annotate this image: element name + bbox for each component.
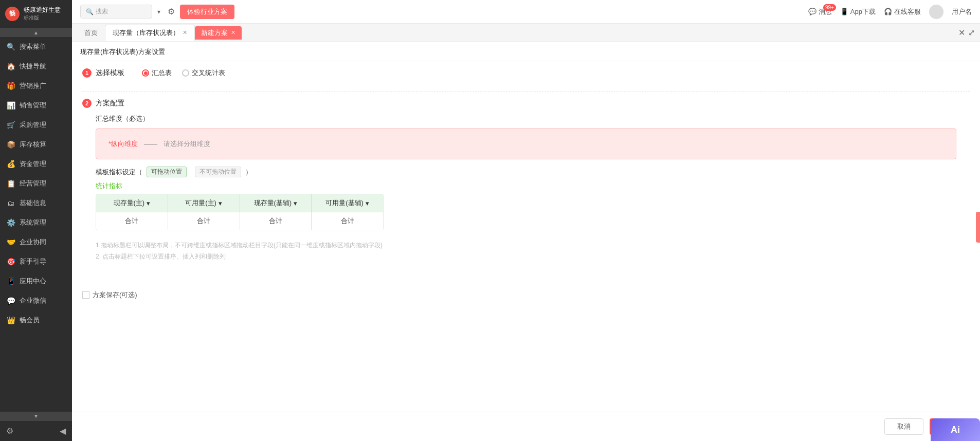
dimension-label-text: 汇总维度（必选）	[96, 115, 149, 122]
radio-cross[interactable]: 交叉统计表	[182, 68, 225, 78]
tab-home-label: 首页	[84, 28, 98, 38]
tab-inventory-status[interactable]: 现存量（库存状况表） ✕	[105, 25, 195, 41]
tab-new-plan-close[interactable]: ✕	[231, 29, 235, 36]
radio-summary[interactable]: 汇总表	[142, 68, 172, 78]
stats-col-header-0[interactable]: 现存量(主) ▾	[96, 194, 168, 212]
tabs-close-btn[interactable]: ✕	[958, 28, 965, 38]
stats-col-header-2[interactable]: 现存量(基辅) ▾	[240, 194, 312, 212]
tab-inventory-close[interactable]: ✕	[183, 29, 187, 36]
crown-icon: 👑	[6, 316, 15, 325]
stats-title: 统计指标	[96, 181, 956, 191]
page-title: 现存量(库存状况表)方案设置	[80, 48, 165, 56]
sidebar-item-label: 快捷导航	[20, 62, 46, 71]
stats-col-label-3: 可用量(基辅)	[325, 198, 364, 208]
stats-col-dropdown-0[interactable]: ▾	[147, 199, 150, 207]
tab-home[interactable]: 首页	[77, 25, 105, 41]
stats-col-header-3[interactable]: 可用量(基辅) ▾	[312, 194, 383, 212]
brand-area: 畅 畅康通好生意 标准版	[0, 0, 72, 28]
stats-col-dropdown-2[interactable]: ▾	[294, 199, 297, 207]
tabs-bar: 首页 现存量（库存状况表） ✕ 新建方案 ✕ ✕ ⤢	[72, 24, 980, 42]
settings-icon[interactable]: ⚙	[6, 426, 13, 436]
tip-1: 2. 点击标题栏下拉可设置排序、插入列和删除列	[96, 251, 956, 263]
search-box[interactable]: 🔍 搜索	[80, 5, 152, 19]
username[interactable]: 用户名	[952, 7, 972, 16]
stats-table-header: 现存量(主) ▾ 可用量(主) ▾ 现存量(基辅) ▾	[96, 194, 383, 212]
dimension-required-label: *纵向维度	[108, 139, 138, 149]
cart-icon: 🛒	[6, 120, 15, 130]
radio-cross-label: 交叉统计表	[192, 68, 225, 78]
step1-num: 1	[82, 68, 92, 78]
topbar-gear-icon[interactable]: ⚙	[168, 7, 175, 16]
sidebar-item-newbie[interactable]: 🎯 新手引导	[0, 252, 72, 271]
service-label: 在线客服	[894, 7, 921, 16]
right-scroll-handle[interactable]	[976, 212, 980, 243]
indicator-settings: 模板指标设定（ 可拖动位置 不可拖动位置 ）	[96, 167, 956, 177]
sidebar-item-shortcut[interactable]: 🏠 快捷导航	[0, 57, 72, 76]
cancel-button[interactable]: 取消	[884, 418, 923, 435]
stats-col-label-2: 现存量(基辅)	[254, 198, 292, 208]
stats-col-dropdown-3[interactable]: ▾	[366, 199, 369, 207]
sidebar-item-appstore[interactable]: 📱 应用中心	[0, 271, 72, 291]
app-download-button[interactable]: 📱 App下载	[840, 7, 876, 16]
topbar-dropdown[interactable]: ▾	[157, 8, 160, 15]
clipboard-icon: 📋	[6, 179, 15, 188]
sidebar-item-system[interactable]: ⚙️ 系统管理	[0, 213, 72, 232]
ai-badge[interactable]: Ai	[931, 418, 980, 441]
content-inner: 现存量(库存状况表)方案设置 1 选择模板 汇总表 交叉统计表	[72, 42, 980, 412]
message-button[interactable]: 💬 消息 99+	[808, 7, 832, 16]
sidebar-item-purchase[interactable]: 🛒 采购管理	[0, 115, 72, 135]
stats-col-dropdown-1[interactable]: ▾	[219, 199, 222, 207]
folder-icon: 🗂	[6, 198, 15, 208]
sidebar-item-sales[interactable]: 📊 销售管理	[0, 96, 72, 115]
sidebar-item-operations[interactable]: 📋 经营管理	[0, 174, 72, 193]
tab-new-plan[interactable]: 新建方案 ✕	[195, 26, 242, 40]
indicator-tag-draggable: 可拖动位置	[147, 167, 187, 177]
stats-cell-0-3: 合计	[312, 212, 383, 230]
page-title-bar: 现存量(库存状况表)方案设置	[72, 42, 980, 61]
sidebar-item-label: 营销推广	[20, 81, 46, 90]
sidebar-scroll-up[interactable]: ▲	[0, 28, 72, 37]
topbar-right: 💬 消息 99+ 📱 App下载 🎧 在线客服 用户名	[808, 5, 972, 19]
sidebar-item-inventory[interactable]: 📦 库存核算	[0, 135, 72, 154]
sidebar-item-basic[interactable]: 🗂 基础信息	[0, 193, 72, 213]
handshake-icon: 🤝	[6, 237, 15, 247]
sidebar-item-member[interactable]: 👑 畅会员	[0, 310, 72, 330]
brand-edition: 标准版	[24, 14, 61, 22]
stats-table-row-0: 合计 合计 合计 合计	[96, 212, 383, 230]
indicator-tag-fixed: 不可拖动位置	[195, 167, 241, 177]
service-button[interactable]: 🎧 在线客服	[884, 7, 921, 16]
sidebar-scroll-down[interactable]: ▼	[0, 412, 72, 420]
save-checkbox[interactable]	[82, 291, 89, 299]
avatar[interactable]	[929, 5, 943, 19]
dimension-box[interactable]: *纵向维度 —— 请选择分组维度	[96, 128, 956, 159]
chat-icon: 💬	[6, 296, 15, 305]
sidebar-item-label: 销售管理	[20, 101, 46, 110]
step2-section: 2 方案配置 汇总维度（必选） *纵向维度 —— 请选择分组维度 模板指标设定（…	[72, 91, 980, 273]
chart-icon: 📊	[6, 101, 15, 110]
sidebar-item-finance[interactable]: 💰 资金管理	[0, 154, 72, 174]
sidebar-item-wechat[interactable]: 💬 企业微信	[0, 291, 72, 310]
stats-col-label-1: 可用量(主)	[185, 198, 216, 208]
main-area: 🔍 搜索 ▾ ⚙ 体验行业方案 💬 消息 99+ 📱 App下载 🎧 在线客服 …	[72, 0, 980, 441]
sidebar-item-marketing[interactable]: 🎁 营销推广	[0, 76, 72, 96]
content-panel: 现存量(库存状况表)方案设置 1 选择模板 汇总表 交叉统计表	[72, 42, 980, 412]
radio-cross-circle	[182, 69, 189, 77]
step2-title: 方案配置	[96, 99, 124, 108]
stats-col-header-1[interactable]: 可用量(主) ▾	[168, 194, 240, 212]
box-icon: 📦	[6, 140, 15, 149]
collapse-icon[interactable]: ◀	[60, 426, 66, 436]
tabs-expand-btn[interactable]: ⤢	[968, 28, 975, 38]
sidebar-item-label: 应用中心	[20, 277, 46, 286]
step2-num: 2	[82, 99, 92, 108]
brand-name: 畅康通好生意	[24, 6, 61, 14]
industry-button[interactable]: 体验行业方案	[180, 5, 234, 19]
search-icon: 🔍	[86, 8, 94, 15]
sidebar-item-label: 经营管理	[20, 179, 46, 188]
target-icon: 🎯	[6, 257, 15, 266]
tip-0: 1.拖动标题栏可以调整布局，不可跨维度或指标区域拖动栏目字段(只能在同一维度或指…	[96, 240, 956, 251]
sidebar-item-search[interactable]: 🔍 搜索菜单	[0, 37, 72, 57]
step1-title: 选择模板	[96, 68, 124, 78]
save-option-label: 方案保存(可选)	[93, 290, 137, 300]
sidebar-item-contract[interactable]: 🤝 企业协同	[0, 232, 72, 252]
sidebar: 畅 畅康通好生意 标准版 ▲ 🔍 搜索菜单 🏠 快捷导航 🎁 营销推广 📊 销售…	[0, 0, 72, 441]
